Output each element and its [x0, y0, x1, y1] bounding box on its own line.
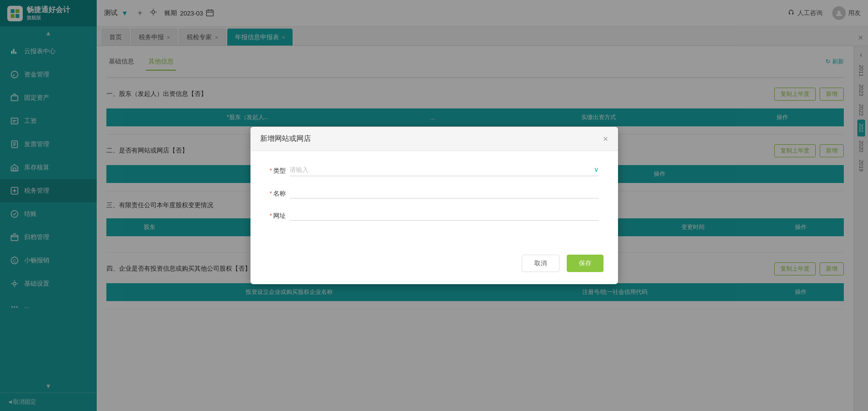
type-label-text: 类型 [273, 167, 286, 174]
form-row-name: *名称 [270, 188, 599, 198]
type-input-wrap: ∨ [290, 166, 599, 176]
name-label: *名称 [270, 189, 286, 198]
required-star-name: * [270, 190, 272, 197]
name-input-wrap [290, 188, 599, 198]
required-star-type: * [270, 167, 272, 174]
modal-body: *类型 ∨ *名称 *网址 [250, 151, 618, 247]
modal-title: 新增网站或网店 [260, 134, 311, 143]
form-row-type: *类型 ∨ [270, 166, 599, 176]
modal-close-btn[interactable]: × [603, 135, 608, 143]
type-input[interactable] [290, 166, 594, 173]
type-label: *类型 [270, 167, 286, 175]
modal-add-website: 新增网站或网店 × *类型 ∨ *名称 [250, 127, 618, 284]
modal-footer: 取消 保存 [250, 247, 618, 284]
url-input[interactable] [290, 211, 599, 218]
save-button[interactable]: 保存 [567, 255, 603, 272]
url-input-wrap [290, 211, 599, 221]
name-label-text: 名称 [273, 190, 286, 197]
cancel-button[interactable]: 取消 [522, 255, 559, 272]
name-input[interactable] [290, 188, 599, 196]
modal-header: 新增网站或网店 × [250, 127, 618, 151]
modal-overlay[interactable]: 新增网站或网店 × *类型 ∨ *名称 [0, 0, 868, 411]
form-row-url: *网址 [270, 211, 599, 221]
required-star-url: * [270, 212, 272, 219]
url-label-text: 网址 [273, 212, 286, 219]
url-label: *网址 [270, 212, 286, 220]
type-dropdown-arrow[interactable]: ∨ [594, 166, 599, 173]
